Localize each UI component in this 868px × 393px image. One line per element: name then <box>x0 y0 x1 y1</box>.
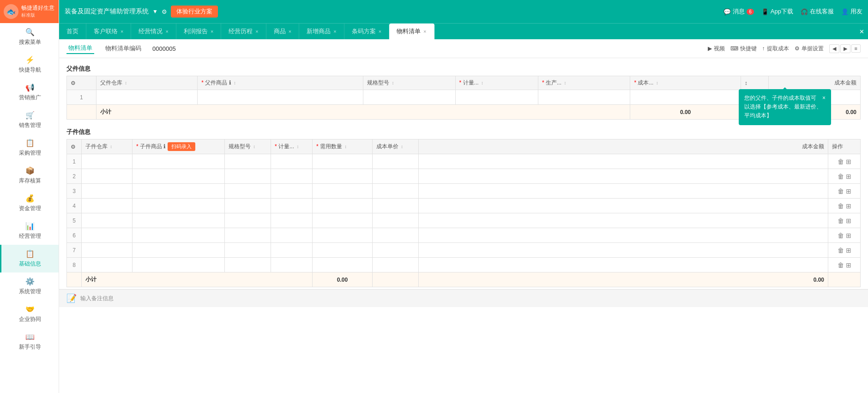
child-col-product[interactable]: * 子件商品 ℹ 扫码录入 <box>133 139 225 154</box>
copy-icon-1[interactable]: ⊞ <box>846 158 851 165</box>
child-ops-3[interactable]: 🗑⊞ <box>828 184 861 199</box>
child-col-qty[interactable]: * 需用数量 ↕ <box>313 139 373 154</box>
child-price-6[interactable] <box>373 228 419 243</box>
child-ops-2[interactable]: 🗑⊞ <box>828 169 861 184</box>
close-newproduct-tab[interactable]: × <box>333 29 336 34</box>
child-product-8[interactable] <box>133 258 225 272</box>
sub-tab-code[interactable]: 物料清单编码 <box>103 43 143 54</box>
child-spec-3[interactable] <box>225 184 271 199</box>
child-col-spec[interactable]: 规格型号 ↕ <box>225 139 271 154</box>
sidebar-item-system[interactable]: ⚙️ 系统管理 <box>0 272 59 300</box>
parent-col-unit[interactable]: * 计量... ↕ <box>455 76 538 90</box>
tab-home[interactable]: 首页 <box>59 24 86 39</box>
close-operation-tab[interactable]: × <box>165 29 168 34</box>
parent-warehouse-cell[interactable] <box>96 90 197 105</box>
parent-col-production[interactable]: * 生产... ↕ <box>538 76 630 90</box>
sidebar-item-purchase[interactable]: 📋 采购管理 <box>0 134 59 162</box>
child-warehouse-6[interactable] <box>82 228 133 243</box>
copy-icon-4[interactable]: ⊞ <box>846 202 851 210</box>
close-customer-tab[interactable]: × <box>121 29 123 34</box>
child-warehouse-4[interactable] <box>82 199 133 213</box>
sidebar-item-finance[interactable]: 💰 资金管理 <box>0 189 59 217</box>
delete-icon-4[interactable]: 🗑 <box>838 202 844 210</box>
child-product-3[interactable] <box>133 184 225 199</box>
child-qty-5[interactable] <box>313 213 373 228</box>
child-warehouse-2[interactable] <box>82 169 133 184</box>
child-ops-4[interactable]: 🗑⊞ <box>828 199 861 213</box>
delete-icon-2[interactable]: 🗑 <box>838 173 844 180</box>
tab-customer[interactable]: 客户联络 × <box>86 24 131 39</box>
child-qty-1[interactable] <box>313 154 373 169</box>
sidebar-item-guide[interactable]: 📖 新手引导 <box>0 328 59 356</box>
tab-profit[interactable]: 利润报告 × <box>176 24 221 39</box>
sidebar-item-inventory[interactable]: 📦 库存核算 <box>0 162 59 189</box>
child-warehouse-7[interactable] <box>82 243 133 258</box>
close-bom-tab[interactable]: × <box>423 29 426 34</box>
copy-icon-6[interactable]: ⊞ <box>846 232 851 239</box>
child-col-settings[interactable]: ⚙ <box>67 139 82 154</box>
extract-cost-button[interactable]: ↑ 提取成本 <box>762 45 789 53</box>
child-unit-8[interactable] <box>271 258 313 272</box>
sidebar-item-sales[interactable]: 🛒 销售管理 <box>0 106 59 134</box>
child-price-4[interactable] <box>373 199 419 213</box>
tab-bom[interactable]: 物料清单 × <box>389 24 434 39</box>
close-all-tabs[interactable]: ✕ <box>856 24 868 39</box>
app-download-button[interactable]: 📱 App下载 <box>761 7 793 16</box>
topbar-dropdown-icon[interactable]: ▼ <box>152 8 158 15</box>
child-qty-3[interactable] <box>313 184 373 199</box>
copy-icon-2[interactable]: ⊞ <box>846 173 851 180</box>
child-spec-2[interactable] <box>225 169 271 184</box>
child-price-7[interactable] <box>373 243 419 258</box>
tooltip-close-button[interactable]: × <box>822 94 826 103</box>
tab-operation[interactable]: 经营情况 × <box>131 24 176 39</box>
child-spec-6[interactable] <box>225 228 271 243</box>
sidebar-item-marketing[interactable]: 📢 营销推广 <box>0 79 59 106</box>
sidebar-item-operation[interactable]: 📊 经营管理 <box>0 217 59 245</box>
child-price-2[interactable] <box>373 169 419 184</box>
delete-icon-6[interactable]: 🗑 <box>838 232 844 239</box>
child-price-5[interactable] <box>373 213 419 228</box>
tab-history[interactable]: 经营历程 × <box>221 24 266 39</box>
child-qty-2[interactable] <box>313 169 373 184</box>
child-qty-8[interactable] <box>313 258 373 272</box>
child-ops-1[interactable]: 🗑⊞ <box>828 154 861 169</box>
sidebar-item-quicknav[interactable]: ⚡ 快捷导航 <box>0 51 59 79</box>
message-button[interactable]: 💬 消息 6 <box>723 7 754 16</box>
child-spec-5[interactable] <box>225 213 271 228</box>
child-warehouse-8[interactable] <box>82 258 133 272</box>
tab-product[interactable]: 商品 × <box>266 24 299 39</box>
child-warehouse-5[interactable] <box>82 213 133 228</box>
child-product-1[interactable] <box>133 154 225 169</box>
user-button[interactable]: 👤 用友 <box>841 7 862 16</box>
child-unit-2[interactable] <box>271 169 313 184</box>
next-button[interactable]: ▶ <box>840 44 850 53</box>
shortcut-button[interactable]: ⌨ 快捷键 <box>730 45 757 53</box>
delete-icon-1[interactable]: 🗑 <box>838 158 844 165</box>
child-product-4[interactable] <box>133 199 225 213</box>
parent-col-cost[interactable]: * 成本... ↕ <box>630 76 741 90</box>
child-qty-6[interactable] <box>313 228 373 243</box>
child-ops-8[interactable]: 🗑⊞ <box>828 258 861 272</box>
sub-tab-bom[interactable]: 物料清单 <box>66 43 94 54</box>
child-spec-1[interactable] <box>225 154 271 169</box>
child-price-8[interactable] <box>373 258 419 272</box>
child-ops-5[interactable]: 🗑⊞ <box>828 213 861 228</box>
child-price-1[interactable] <box>373 154 419 169</box>
delete-icon-5[interactable]: 🗑 <box>838 217 844 224</box>
child-spec-8[interactable] <box>225 258 271 272</box>
close-barcode-tab[interactable]: × <box>379 29 381 34</box>
child-product-5[interactable] <box>133 213 225 228</box>
child-product-6[interactable] <box>133 228 225 243</box>
close-history-tab[interactable]: × <box>255 29 258 34</box>
child-unit-6[interactable] <box>271 228 313 243</box>
copy-icon-8[interactable]: ⊞ <box>846 261 851 269</box>
child-price-3[interactable] <box>373 184 419 199</box>
delete-icon-7[interactable]: 🗑 <box>838 247 844 254</box>
child-unit-1[interactable] <box>271 154 313 169</box>
parent-col-warehouse[interactable]: 父件仓库 ↕ <box>96 76 197 90</box>
scan-input-button[interactable]: 扫码录入 <box>168 142 195 151</box>
trial-button[interactable]: 体验行业方案 <box>171 6 218 18</box>
close-profit-tab[interactable]: × <box>211 29 213 34</box>
child-product-7[interactable] <box>133 243 225 258</box>
copy-icon-3[interactable]: ⊞ <box>846 187 851 195</box>
